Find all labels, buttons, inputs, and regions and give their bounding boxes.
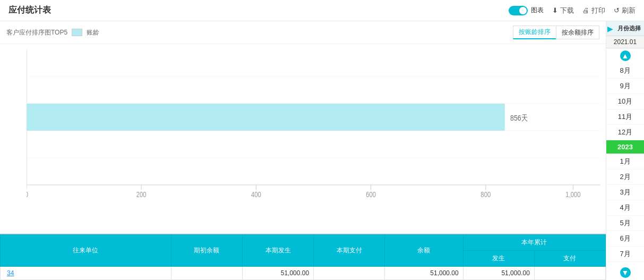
svg-text:400: 400 xyxy=(251,190,261,199)
svg-text:1,000: 1,000 xyxy=(565,190,580,199)
toggle-label: 图表 xyxy=(531,6,544,15)
month-10[interactable]: 10月 xyxy=(606,94,644,109)
sidebar-expand-icon[interactable]: ▶ xyxy=(606,22,614,35)
bar-value-label: 856天 xyxy=(510,113,528,123)
col-payment: 本期支付 xyxy=(314,235,385,267)
col-ytd: 本年累计 xyxy=(463,235,605,251)
cell-opening xyxy=(171,267,242,280)
month-1[interactable]: 1月 xyxy=(606,154,644,169)
chart-table-area: 客户应付排序图TOP5 账龄 按账龄排序 按余额排序 xyxy=(0,21,606,280)
legend-text: 客户应付排序图TOP5 xyxy=(6,28,67,37)
table-area: 往来单位 期初余额 本期发生 本期支付 余额 本年累计 发生 支付 34 xyxy=(0,233,606,280)
month-6[interactable]: 6月 xyxy=(606,231,644,247)
table-row: 34 51,000.00 51,000.00 51,000.00 xyxy=(1,267,606,280)
main-content: 客户应付排序图TOP5 账龄 按账龄排序 按余额排序 xyxy=(0,21,644,280)
sidebar-year: 2021.01 xyxy=(606,36,644,48)
cell-current: 51,000.00 xyxy=(242,267,313,280)
month-5[interactable]: 5月 xyxy=(606,216,644,231)
col-ytd-pay: 支付 xyxy=(534,251,605,267)
chart-bar xyxy=(27,104,505,131)
print-button[interactable]: 🖨 打印 xyxy=(582,6,605,15)
svg-text:200: 200 xyxy=(136,190,147,199)
nav-up-button[interactable]: ▲ xyxy=(620,50,631,61)
month-list: 8月 9月 10月 11月 12月 2023 1月 2月 3月 4月 5月 6月… xyxy=(606,63,644,265)
month-9[interactable]: 9月 xyxy=(606,79,644,94)
chart-toggle[interactable] xyxy=(509,6,528,15)
cell-from[interactable]: 34 xyxy=(1,267,171,280)
cell-payment xyxy=(314,267,385,280)
month-8[interactable]: 8月 xyxy=(606,63,644,79)
chart-body: 34 856天 0 200 400 600 800 1,000 xyxy=(0,44,606,233)
legend-label: 账龄 xyxy=(87,28,99,37)
sort-by-balance-button[interactable]: 按余额排序 xyxy=(556,26,599,39)
legend-box xyxy=(72,29,82,36)
month-3[interactable]: 3月 xyxy=(606,185,644,200)
table-header-row: 往来单位 期初余额 本期发生 本期支付 余额 本年累计 xyxy=(1,235,606,251)
month-2[interactable]: 2月 xyxy=(606,169,644,185)
print-icon: 🖨 xyxy=(582,6,589,14)
svg-text:0: 0 xyxy=(27,190,28,199)
sidebar-title: 月份选择 xyxy=(614,21,644,36)
download-label: 下载 xyxy=(560,6,574,15)
svg-text:800: 800 xyxy=(480,190,491,199)
cell-ytd-pay xyxy=(534,267,605,280)
month-4[interactable]: 4月 xyxy=(606,200,644,216)
download-icon: ⬇ xyxy=(552,6,558,14)
sort-buttons: 按账龄排序 按余额排序 xyxy=(513,26,599,39)
header-actions: 图表 ⬇ 下载 🖨 打印 ↺ 刷新 xyxy=(509,6,636,15)
chart-svg: 34 856天 0 200 400 600 800 1,000 xyxy=(27,49,600,212)
refresh-label: 刷新 xyxy=(622,6,636,15)
refresh-icon: ↺ xyxy=(614,6,620,14)
col-balance: 余额 xyxy=(385,235,463,267)
print-label: 打印 xyxy=(591,6,605,15)
month-12[interactable]: 12月 xyxy=(606,125,644,140)
download-button[interactable]: ⬇ 下载 xyxy=(552,6,574,15)
sidebar-nav-down[interactable]: ▼ xyxy=(606,265,644,280)
sort-by-aging-button[interactable]: 按账龄排序 xyxy=(513,26,556,39)
chart-toggle-wrap: 图表 xyxy=(509,6,544,15)
svg-text:600: 600 xyxy=(366,190,376,199)
chart-header: 客户应付排序图TOP5 账龄 按账龄排序 按余额排序 xyxy=(0,21,606,44)
cell-ytd-occur: 51,000.00 xyxy=(463,267,534,280)
col-opening: 期初余额 xyxy=(171,235,242,267)
page-title: 应付统计表 xyxy=(8,5,51,16)
col-ytd-occur: 发生 xyxy=(463,251,534,267)
data-table: 往来单位 期初余额 本期发生 本期支付 余额 本年累计 发生 支付 34 xyxy=(0,234,606,280)
nav-down-button[interactable]: ▼ xyxy=(620,267,631,278)
chart-legend: 客户应付排序图TOP5 账龄 xyxy=(6,28,99,37)
col-current: 本期发生 xyxy=(242,235,313,267)
sidebar: ▶ 月份选择 2021.01 ▲ 8月 9月 10月 11月 12月 2023 … xyxy=(606,21,644,280)
cell-balance: 51,000.00 xyxy=(385,267,463,280)
month-11[interactable]: 11月 xyxy=(606,109,644,125)
current-year-label: 2023 xyxy=(606,140,644,154)
col-from: 往来单位 xyxy=(1,235,171,267)
month-7[interactable]: 7月 xyxy=(606,247,644,262)
sidebar-nav-up[interactable]: ▲ xyxy=(606,48,644,63)
refresh-button[interactable]: ↺ 刷新 xyxy=(614,6,636,15)
page-header: 应付统计表 图表 ⬇ 下载 🖨 打印 ↺ 刷新 xyxy=(0,0,644,21)
